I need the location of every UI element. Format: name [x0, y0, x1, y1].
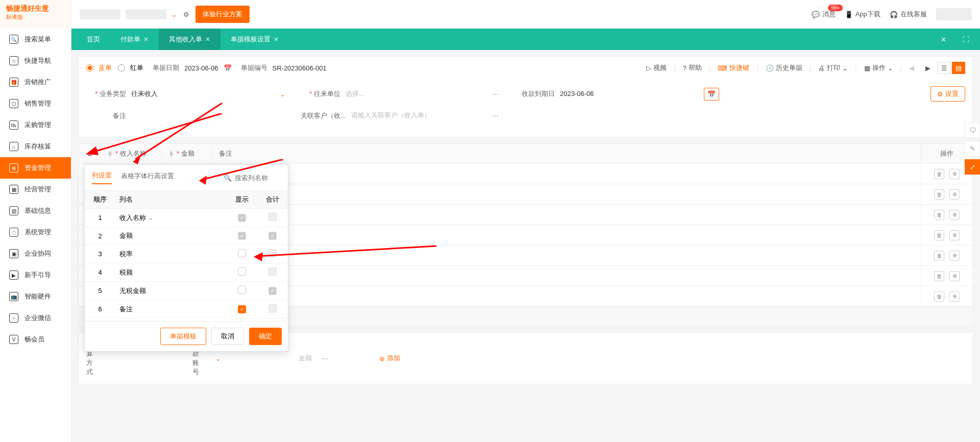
prev-doc[interactable]: ◀ [905, 64, 918, 72]
due-date[interactable]: 2023-06-06 [560, 88, 689, 100]
delete-row-icon[interactable]: 🗑 [934, 251, 944, 261]
copy-row-icon[interactable]: ⊕ [949, 169, 960, 179]
popup-tab-columns[interactable]: 列设置 [92, 171, 112, 184]
sidebar-item-2[interactable]: 🎁营销推广 [0, 71, 71, 93]
show-checkbox[interactable] [238, 267, 246, 276]
app-download-button[interactable]: 📱 App下载 [845, 10, 880, 19]
help-link[interactable]: ?帮助 [679, 63, 706, 72]
copy-row-icon[interactable]: ⊕ [949, 189, 960, 200]
sum-checkbox[interactable] [268, 213, 277, 221]
template-button[interactable]: 单据模板 [160, 328, 206, 345]
sidebar-item-10[interactable]: ▣企业协同 [0, 243, 71, 264]
doc-date[interactable]: 2023-06-06 [184, 64, 218, 72]
next-doc[interactable]: ▶ [921, 64, 935, 72]
copy-row-icon[interactable]: ⊕ [949, 271, 960, 281]
delete-row-icon[interactable]: 🗑 [934, 271, 944, 281]
delete-row-icon[interactable]: 🗑 [934, 230, 944, 240]
remark-input[interactable] [131, 113, 285, 118]
chevron-down-icon[interactable]: ⌄ [148, 214, 154, 222]
nav-icon: ▣ [9, 249, 18, 258]
sidebar-item-11[interactable]: ▶新手引导 [0, 264, 71, 286]
print-link[interactable]: 🖨打印 ⌄ [814, 63, 852, 72]
view-list[interactable]: ☰ [938, 62, 951, 74]
delete-row-icon[interactable]: 🗑 [934, 210, 944, 220]
close-icon[interactable]: ✕ [205, 36, 210, 43]
copy-row-icon[interactable]: ⊕ [949, 230, 960, 240]
settings-button[interactable]: ⚙设置 [930, 86, 965, 102]
blue-radio[interactable]: 蓝单 [86, 63, 112, 72]
sum-checkbox[interactable] [268, 249, 277, 257]
tab-0[interactable]: 首页 [77, 29, 110, 50]
biz-type-select[interactable]: 往来收入 [131, 87, 275, 101]
sidebar-item-5[interactable]: ⌂库存核算 [0, 136, 71, 157]
close-all-tabs[interactable]: ✕ [934, 29, 952, 50]
float-expand-icon[interactable]: ⤢ [965, 159, 980, 175]
column-settings-gear[interactable]: ⚙ [79, 144, 101, 163]
close-icon[interactable]: ✕ [143, 36, 149, 43]
close-icon[interactable]: ✕ [274, 36, 279, 43]
confirm-button[interactable]: 确定 [249, 328, 282, 345]
sidebar-item-13[interactable]: ○企业微信 [0, 307, 71, 329]
show-checkbox[interactable] [238, 249, 246, 257]
delete-row-icon[interactable]: 🗑 [934, 189, 944, 200]
tab-2[interactable]: 其他收入单✕ [159, 29, 220, 50]
gear-icon[interactable]: ⚙ [183, 11, 189, 18]
grid-icon: ▦ [864, 64, 870, 72]
column-settings-popup: 列设置 表格字体行高设置 🔍 顺序 列名 显示 合计 1收入名称 ⌄2金额3税率… [84, 164, 288, 352]
sidebar-item-14[interactable]: V畅会员 [0, 329, 71, 350]
sidebar-item-8[interactable]: ▧基础信息 [0, 200, 71, 222]
history-link[interactable]: 🕓历史单据 [762, 63, 806, 72]
tab-3[interactable]: 单据模板设置✕ [220, 29, 289, 50]
search-icon: 🔍 [224, 174, 232, 182]
view-card[interactable]: ▤ [952, 62, 965, 74]
tab-1[interactable]: 付款单✕ [110, 29, 159, 50]
show-checkbox[interactable] [238, 286, 246, 294]
copy-row-icon[interactable]: ⊕ [949, 251, 960, 261]
sum-checkbox[interactable] [268, 304, 277, 312]
copy-row-icon[interactable]: ⊕ [949, 291, 960, 302]
ops-link[interactable]: ▦操作 ⌄ [860, 63, 897, 72]
sidebar-item-1[interactable]: ☆快捷导航 [0, 50, 71, 71]
popup-tab-font[interactable]: 表格字体行高设置 [121, 171, 174, 184]
user-avatar[interactable] [936, 8, 972, 20]
sidebar-item-6[interactable]: ⊕资金管理 [0, 157, 71, 179]
more-icon[interactable]: ⋯ [492, 112, 500, 119]
chevron-down-icon: ⌄ [888, 64, 893, 72]
trial-button[interactable]: 体验行业方案 [195, 6, 250, 23]
calendar-icon[interactable]: 📅 [224, 64, 232, 72]
video-link[interactable]: ▷视频 [642, 63, 671, 72]
related-customer-input[interactable]: 请输入关联客户（收入单） [351, 109, 487, 122]
customer-service-button[interactable]: 🎧 在线客服 [890, 10, 927, 19]
sidebar-item-7[interactable]: ▦经营管理 [0, 179, 71, 200]
fullscreen-button[interactable]: ⛶ [957, 29, 975, 50]
messages-button[interactable]: 💬 消息 99+ [812, 10, 836, 19]
popup-search-input[interactable] [235, 174, 281, 182]
popup-search[interactable]: 🔍 [224, 174, 281, 182]
sidebar-item-4[interactable]: 🛍采购管理 [0, 114, 71, 136]
calendar-icon[interactable]: 📅 [704, 88, 719, 101]
copy-row-icon[interactable]: ⊕ [949, 210, 960, 220]
cancel-button[interactable]: 取消 [211, 328, 244, 345]
sidebar-item-12[interactable]: 📺智能硬件 [0, 286, 71, 307]
sidebar-item-9[interactable]: ◌系统管理 [0, 222, 71, 243]
show-checkbox[interactable] [238, 305, 246, 313]
unit-select[interactable]: 选择... [346, 87, 487, 101]
red-radio[interactable]: 红单 [118, 63, 143, 72]
float-edit-icon[interactable]: ✎ [965, 141, 980, 156]
more-icon[interactable]: ⋯ [492, 90, 500, 98]
float-note-icon[interactable]: 🗨 [965, 122, 980, 138]
show-checkbox[interactable] [238, 214, 246, 222]
plus-icon: ⊕ [379, 355, 385, 362]
shortcut-link[interactable]: ⌨快捷键 [714, 63, 753, 72]
delete-row-icon[interactable]: 🗑 [934, 169, 944, 179]
sidebar-item-0[interactable]: 🔍搜索菜单 [0, 29, 71, 50]
sum-checkbox[interactable] [268, 267, 277, 276]
sum-checkbox[interactable] [268, 287, 277, 295]
org-selector[interactable]: ⌄ [80, 9, 177, 19]
show-checkbox[interactable] [238, 232, 246, 240]
chevron-down-icon[interactable]: ⌄ [280, 90, 285, 98]
sum-checkbox[interactable] [268, 232, 277, 240]
add-row-button[interactable]: ⊕添加 [379, 354, 400, 363]
sidebar-item-3[interactable]: ⬡销售管理 [0, 93, 71, 114]
delete-row-icon[interactable]: 🗑 [934, 291, 944, 302]
